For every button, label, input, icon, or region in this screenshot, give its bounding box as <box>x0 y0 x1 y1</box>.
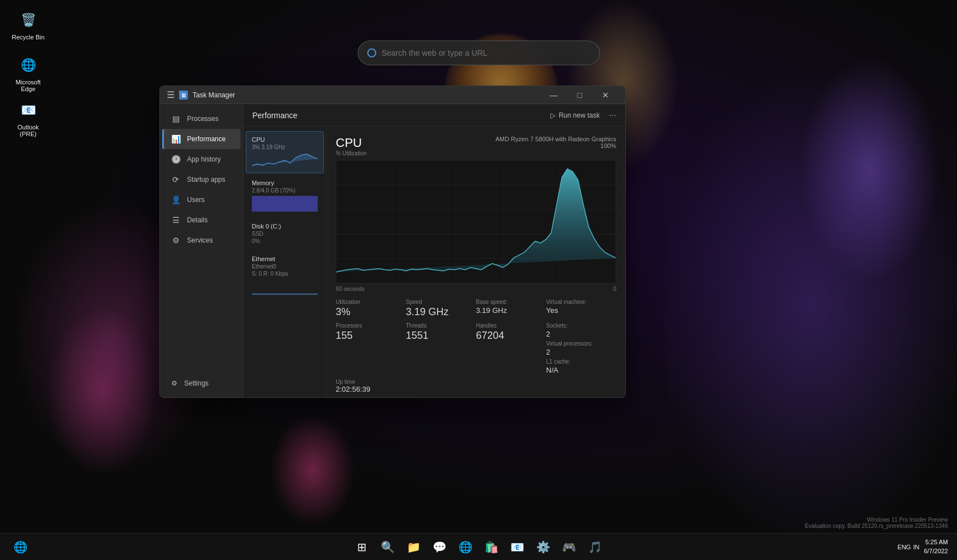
vp-value: 2 <box>546 348 617 356</box>
vp-label: Virtual processors: <box>546 341 617 347</box>
taskbar-chat-button[interactable]: 💬 <box>429 536 451 558</box>
graph-area: CPU % Utilization AMD Ryzen 7 5800H with… <box>327 127 625 397</box>
processes-value: 155 <box>336 330 406 342</box>
performance-header: Performance ▷ Run new task ··· <box>243 104 625 127</box>
taskbar-notification-icon[interactable]: 🌐 <box>9 536 32 558</box>
desktop-icon-edge[interactable]: 🌐 Microsoft Edge <box>6 51 51 96</box>
base-speed-block: Base speed: 3.19 GHz <box>476 299 546 318</box>
device-ethernet-detail2: S: 0 R: 0 Kbps <box>252 271 318 277</box>
handles-label: Handles <box>476 322 546 329</box>
desktop: 🗑️ Recycle Bin 🌐 Microsoft Edge 📧 Outloo… <box>0 0 957 560</box>
sidebar-label-app-history: App history <box>187 155 221 163</box>
device-ethernet-detail: Ethernet0 <box>252 263 318 270</box>
settings-label: Settings <box>184 379 208 387</box>
more-options-button[interactable]: ··· <box>609 110 616 120</box>
taskbar: 🌐 ⊞ 🔍 📁 💬 🌐 🛍️ 📧 ⚙️ 🎮 🎵 ENG IN 5:25 AM 6… <box>0 533 957 560</box>
stats-row-2: Processes 155 Threads 1551 Handles 67204 <box>336 322 616 374</box>
sidebar-item-performance[interactable]: 📊 Performance <box>162 129 241 149</box>
edge-icon: 🌐 <box>17 54 39 77</box>
language-indicator: ENG <box>897 544 911 550</box>
taskbar-settings-button[interactable]: ⚙️ <box>532 536 555 558</box>
taskbar-start-button[interactable]: ⊞ <box>351 536 373 558</box>
taskbar-spotify-button[interactable]: 🎵 <box>584 536 607 558</box>
handles-block: Handles 67204 <box>476 322 546 374</box>
run-icon: ▷ <box>550 111 555 119</box>
speed-label: Speed <box>406 299 468 305</box>
svg-rect-0 <box>252 196 318 212</box>
device-cpu-name: CPU <box>252 136 318 143</box>
desktop-icon-recycle-bin[interactable]: 🗑️ Recycle Bin <box>6 6 51 44</box>
cpu-max-label: 100% <box>495 142 616 149</box>
maximize-button[interactable]: □ <box>567 86 593 104</box>
taskbar-center: ⊞ 🔍 📁 💬 🌐 🛍️ 📧 ⚙️ 🎮 🎵 <box>351 536 607 558</box>
sockets-label: Sockets: <box>546 322 617 329</box>
sidebar-label-users: Users <box>187 196 204 204</box>
utilization-value: 3% <box>336 306 397 318</box>
sidebar-item-startup-apps[interactable]: ⟳ Startup apps <box>162 169 241 190</box>
close-button[interactable]: ✕ <box>593 86 618 104</box>
device-disk-name: Disk 0 (C:) <box>252 223 318 230</box>
device-list: CPU 3% 3.19 GHz Memory 2.8/4.0 GB ( <box>243 127 327 397</box>
sidebar-item-details[interactable]: ☰ Details <box>162 210 241 230</box>
svg-rect-1 <box>252 293 318 295</box>
sidebar-item-processes[interactable]: ▤ Processes <box>162 109 241 129</box>
performance-icon: 📊 <box>171 135 180 144</box>
recycle-bin-icon: 🗑️ <box>17 9 39 32</box>
services-icon: ⚙ <box>171 236 180 245</box>
decorative-blob-pink-left <box>45 307 158 476</box>
window-title: Task Manager <box>193 91 536 99</box>
speed-block: Speed 3.19 GHz <box>406 299 477 318</box>
stats-grid: Utilization 3% Speed 3.19 GHz Base speed… <box>336 299 616 318</box>
sidebar-label-startup-apps: Startup apps <box>187 176 225 183</box>
device-item-memory[interactable]: Memory 2.8/4.0 GB (70%) <box>246 174 324 217</box>
cpu-util-label: % Utilization <box>336 150 367 156</box>
version-info: Windows 11 Pro Insider Preview Evaluatio… <box>805 517 948 529</box>
uptime-block: Up time 2:02:56:39 <box>336 374 616 393</box>
sidebar-label-processes: Processes <box>187 115 219 123</box>
sidebar-item-services[interactable]: ⚙ Services <box>162 230 241 250</box>
taskbar-files-button[interactable]: 📁 <box>403 536 425 558</box>
search-bar[interactable] <box>358 41 600 65</box>
taskbar-store-button[interactable]: 🛍️ <box>480 536 503 558</box>
device-item-disk[interactable]: Disk 0 (C:) SSD 0% <box>246 218 324 249</box>
desktop-icon-outlook[interactable]: 📧 Outlook (PRE) <box>6 96 51 141</box>
outlook-icon: 📧 <box>17 99 39 122</box>
device-disk-detail: SSD <box>252 231 318 237</box>
taskbar-edge-button[interactable]: 🌐 <box>455 536 477 558</box>
sidebar-item-users[interactable]: 👤 Users <box>162 190 241 210</box>
sidebar-label-services: Services <box>187 236 213 244</box>
main-content: Performance ▷ Run new task ··· <box>243 104 625 397</box>
users-icon: 👤 <box>171 195 180 204</box>
performance-actions: ▷ Run new task ··· <box>550 110 616 120</box>
ethernet-mini-chart <box>252 279 318 295</box>
taskbar-mail-button[interactable]: 📧 <box>506 536 529 558</box>
device-item-cpu[interactable]: CPU 3% 3.19 GHz <box>246 131 324 173</box>
device-item-ethernet[interactable]: Ethernet Ethernet0 S: 0 R: 0 Kbps <box>246 250 324 300</box>
uptime-value: 2:02:56:39 <box>336 385 616 393</box>
device-ethernet-name: Ethernet <box>252 256 318 262</box>
minimize-button[interactable]: — <box>541 86 567 104</box>
taskbar-search-button[interactable]: 🔍 <box>377 536 399 558</box>
graph-time-label: 60 seconds <box>336 286 364 292</box>
memory-mini-chart <box>252 196 318 212</box>
sidebar-settings[interactable]: ⚙ Settings <box>162 374 241 393</box>
processes-icon: ▤ <box>171 114 180 123</box>
sidebar-item-app-history[interactable]: 🕐 App history <box>162 149 241 169</box>
recycle-bin-label: Recycle Bin <box>12 34 44 41</box>
taskbar-left: 🌐 <box>9 536 32 558</box>
virtual-machine-label: Virtual machine: <box>546 299 608 305</box>
taskbar-clock: 5:25 AM 6/7/2022 <box>924 538 948 555</box>
run-new-task-button[interactable]: ▷ Run new task <box>550 111 600 119</box>
decorative-blob-pink-bottom <box>270 414 355 526</box>
hamburger-menu-icon[interactable]: ☰ <box>167 89 175 100</box>
app-history-icon: 🕐 <box>171 155 180 164</box>
edge-label: Microsoft Edge <box>9 79 47 92</box>
sockets-value: 2 <box>546 330 617 338</box>
search-input[interactable] <box>382 48 590 57</box>
taskbar-xbox-button[interactable]: 🎮 <box>558 536 581 558</box>
cpu-graph-container <box>336 160 616 284</box>
details-icon: ☰ <box>171 216 180 225</box>
speed-value: 3.19 GHz <box>406 306 468 318</box>
base-speed-value: 3.19 GHz <box>476 306 537 315</box>
device-cpu-detail: 3% 3.19 GHz <box>252 144 318 150</box>
